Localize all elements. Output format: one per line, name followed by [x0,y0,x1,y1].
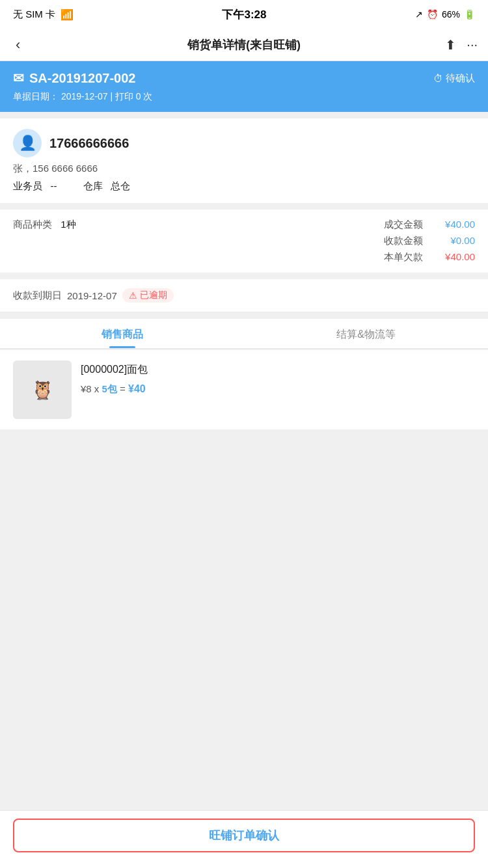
customer-meta: 业务员 -- 仓库 总仓 [13,180,475,193]
wifi-icon: 📶 [61,8,74,21]
product-price-unit: ¥8 [81,383,92,394]
tab-settlement[interactable]: 结算&物流等 [244,319,488,348]
more-button[interactable]: ··· [467,37,478,52]
customer-top: 👤 17666666666 [13,129,475,157]
location-icon: ↗ [415,9,423,20]
collected-value: ¥0.00 [429,235,475,247]
salesman-row: 业务员 -- [13,180,57,193]
email-icon: ✉ [13,70,24,86]
collected-label: 收款金额 [384,235,423,247]
status-bar-left: 无 SIM 卡 📶 [13,8,74,21]
goods-type-label: 商品种类 [13,219,52,230]
product-section: 🦉 [0000002]面包 ¥8 x 5包 = ¥40 [0,350,488,429]
avatar: 👤 [13,129,42,157]
order-id: ✉ SA-20191207-002 [13,70,135,86]
empty-space [0,429,488,560]
share-button[interactable]: ⬆ [445,37,456,53]
product-qty: 5包 [102,383,120,394]
equals-sign: = [120,383,126,394]
customer-info: 张，156 6666 6666 [13,163,475,175]
product-name-text: 面包 [127,364,148,375]
customer-phone: 17666666666 [49,136,129,151]
overdue-badge: ⚠ 已逾期 [122,288,174,303]
product-price-line: ¥8 x 5包 = ¥40 [81,383,475,396]
order-date: 单据日期： 2019-12-07 | 打印 0 次 [13,91,475,103]
owed-value: ¥40.00 [429,251,475,264]
owed-row: 本单欠款 ¥40.00 [384,251,475,264]
nav-actions: ⬆ ··· [445,37,478,53]
salesman-value: -- [51,180,57,191]
confirm-button-label: 旺铺订单确认 [209,828,279,843]
tabs-section: 销售商品 结算&物流等 [0,319,488,349]
status-clock-icon: ⏱ [433,73,443,84]
overdue-icon: ⚠ [129,290,137,301]
battery-icon: 🔋 [464,9,475,20]
product-code: [0000002] [81,364,127,375]
status-bar: 无 SIM 卡 📶 下午3:28 ↗ ⏰ 66% 🔋 [0,0,488,29]
order-status: ⏱ 待确认 [433,72,475,85]
date-label: 单据日期： [13,91,59,102]
status-text: 待确认 [446,72,475,85]
page-title: 销货单详情(来自旺铺) [187,37,301,53]
summary-right: 成交金额 ¥40.00 收款金额 ¥0.00 本单欠款 ¥40.00 [384,219,475,264]
deal-amount-value: ¥40.00 [429,219,475,231]
deal-amount-label: 成交金额 [384,219,423,231]
order-header: ✉ SA-20191207-002 ⏱ 待确认 单据日期： 2019-12-07… [0,61,488,112]
product-thumbnail: 🦉 [13,360,72,419]
order-id-value: SA-20191207-002 [29,71,135,86]
order-header-top: ✉ SA-20191207-002 ⏱ 待确认 [13,70,475,86]
deal-amount-row: 成交金额 ¥40.00 [384,219,475,231]
overdue-text: 已逾期 [140,290,167,301]
due-date-label: 收款到期日 [13,290,62,302]
warehouse-row: 仓库 总仓 [83,180,131,193]
alarm-icon: ⏰ [427,9,438,20]
due-section: 收款到期日 2019-12-07 ⚠ 已逾期 [0,279,488,312]
status-bar-time: 下午3:28 [222,7,266,22]
warehouse-value: 总仓 [111,180,130,191]
carrier-label: 无 SIM 卡 [13,8,55,21]
warehouse-label: 仓库 [83,180,103,191]
summary-section: 商品种类 1种 成交金额 ¥40.00 收款金额 ¥0.00 本单欠款 ¥40.… [0,210,488,273]
goods-type-row: 商品种类 1种 [13,219,76,231]
multiply-sign: x [94,383,100,394]
customer-section: 👤 17666666666 张，156 6666 6666 业务员 -- 仓库 … [0,118,488,203]
product-item: 🦉 [0000002]面包 ¥8 x 5包 = ¥40 [13,360,475,419]
battery-label: 66% [442,9,460,20]
owed-label: 本单欠款 [384,251,423,264]
tab-sales-products[interactable]: 销售商品 [0,319,244,348]
date-value: 2019-12-07 [61,91,108,102]
bottom-bar: 旺铺订单确认 [0,810,488,868]
print-info: | 打印 0 次 [110,91,152,102]
summary-left: 商品种类 1种 [13,219,76,231]
product-thumb-icon: 🦉 [31,379,54,401]
product-info: [0000002]面包 ¥8 x 5包 = ¥40 [81,360,475,396]
due-date-value: 2019-12-07 [67,290,117,301]
nav-bar: ‹ 销货单详情(来自旺铺) ⬆ ··· [0,29,488,61]
salesman-label: 业务员 [13,180,42,191]
back-button[interactable]: ‹ [10,34,25,56]
goods-type-value: 1种 [61,219,75,230]
product-total: ¥40 [128,383,146,394]
collected-row: 收款金额 ¥0.00 [384,235,475,247]
product-name: [0000002]面包 [81,363,475,377]
confirm-order-button[interactable]: 旺铺订单确认 [13,819,475,852]
status-bar-right: ↗ ⏰ 66% 🔋 [415,9,475,20]
